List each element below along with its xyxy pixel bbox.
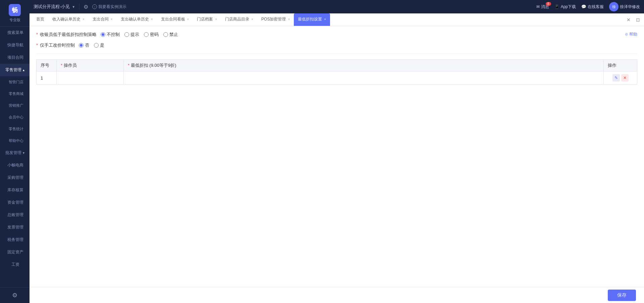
option-forbidden[interactable]: 禁止 [163, 32, 178, 38]
tab-label: 最低折扣设置 [298, 16, 322, 22]
tab-store-file[interactable]: 门店档案 × [193, 13, 221, 26]
cell-operator [57, 71, 124, 85]
notification-icon: ✉ [536, 4, 540, 9]
discount-control-options: 不控制 提示 密码 禁止 [101, 32, 178, 38]
sidebar-item-label: 批发管理 [5, 150, 21, 156]
avatar: 徐 [609, 2, 619, 11]
topbar: 测试分开流程-小见 ▼ ⚙ ○ 我要看实例演示 ✉ 消息 8 📱 App下载 💬… [30, 0, 644, 13]
main-area: 测试分开流程-小见 ▼ ⚙ ○ 我要看实例演示 ✉ 消息 8 📱 App下载 💬… [30, 0, 644, 303]
user-menu-button[interactable]: 徐 徐泽华修改 [609, 2, 640, 11]
chevron-down-icon: ▼ [22, 151, 25, 155]
tab-home[interactable]: 首页 [32, 13, 48, 26]
delete-button[interactable]: ✕ [621, 74, 629, 82]
sidebar-item-xc-ecommerce[interactable]: 小畅电商 [0, 159, 30, 171]
action-buttons: ✎ ✕ [608, 74, 633, 82]
sidebar-item-retail-mall[interactable]: 零售商城 [0, 88, 30, 100]
tab-close-icon[interactable]: × [288, 17, 290, 21]
manual-control-options: 否 是 [79, 42, 104, 48]
footer: 保存 [30, 287, 644, 303]
tab-store-product[interactable]: 门店商品目录 × [221, 13, 257, 26]
manual-control-row: * 仅手工改价时控制 否 是 [36, 42, 637, 48]
close-tab-btn[interactable]: ✕ [625, 16, 632, 23]
tab-close-icon[interactable]: × [187, 17, 189, 21]
notifications-button[interactable]: ✉ 消息 8 [536, 4, 549, 10]
sidebar-item-help-center[interactable]: 帮助中心 [0, 135, 30, 147]
sidebar-item-tax-mgmt[interactable]: 税务管理 [0, 234, 30, 246]
notifications-badge: 8 [546, 2, 551, 6]
tab-payment-board[interactable]: 支出合同看板 × [157, 13, 193, 26]
sidebar-item-fixed-assets[interactable]: 固定资产 [0, 246, 30, 258]
project-chevron-icon: ▼ [72, 5, 75, 9]
th-action: 操作 [604, 60, 637, 71]
sidebar-item-inventory-calc[interactable]: 库存核算 [0, 184, 30, 196]
sidebar-item-wholesale-mgmt[interactable]: 批发管理 ▼ [0, 147, 30, 159]
tab-close-icon[interactable]: × [324, 17, 326, 21]
option-label: 不控制 [107, 32, 120, 38]
tabbar: 首页 收入确认单历史 × 支出合同 × 支出确认单历史 × 支出合同看板 × 门… [30, 13, 644, 26]
option-prompt[interactable]: 提示 [124, 32, 139, 38]
topbar-settings-button[interactable]: ⚙ [84, 4, 88, 10]
table-body: 1 ✎ ✕ [37, 71, 637, 85]
table-section: 序号 * 操作员 * 最低折扣 (9.00等于9折) 操作 [36, 59, 637, 85]
option-label: 禁止 [169, 32, 178, 38]
sidebar-item-project-contract[interactable]: 项目合同 [0, 51, 30, 64]
sidebar-menu: 搜索菜单 快捷导航 项目合同 零售管理 ▲ 智营门店 零售商城 营销推广 会员中… [0, 27, 30, 287]
sidebar-item-retail-mgmt[interactable]: 零售管理 ▲ [0, 64, 30, 76]
edit-button[interactable]: ✎ [612, 74, 620, 82]
tab-close-icon[interactable]: × [83, 17, 85, 21]
user-name: 徐泽华修改 [620, 4, 640, 10]
option-password[interactable]: 密码 [144, 32, 159, 38]
sidebar: 畅 专业版 搜索菜单 快捷导航 项目合同 零售管理 ▲ 智营门店 零售商城 营销… [0, 0, 30, 303]
sidebar-item-invoice-mgmt[interactable]: 发票管理 [0, 221, 30, 234]
sidebar-item-finance-mgmt[interactable]: 资金管理 [0, 196, 30, 209]
tab-label: 支出确认单历史 [121, 16, 149, 22]
option-no-control[interactable]: 不控制 [101, 32, 120, 38]
required-marker: * [36, 32, 38, 37]
logo-text: 专业版 [9, 17, 20, 22]
expand-btn[interactable]: ⊡ [635, 16, 641, 23]
tab-close-icon[interactable]: × [151, 17, 153, 21]
sidebar-item-marketing[interactable]: 营销推广 [0, 100, 30, 111]
app-download-button[interactable]: 📱 App下载 [554, 4, 576, 10]
tab-label: POS加密管理 [261, 16, 286, 22]
sidebar-item-search[interactable]: 搜索菜单 [0, 27, 30, 39]
manual-control-label: * 仅手工改价时控制 [36, 42, 75, 48]
form-section: ⊙ 帮助 * 收银员低于最低折扣控制策略 不控制 提示 [36, 32, 637, 54]
sidebar-item-ledger-mgmt[interactable]: 总账管理 [0, 209, 30, 221]
demo-icon: ○ [92, 4, 97, 9]
sidebar-item-retail-stats[interactable]: 零售统计 [0, 123, 30, 135]
option-yes[interactable]: 是 [94, 42, 104, 48]
sidebar-item-member-center[interactable]: 会员中心 [0, 111, 30, 123]
option-no[interactable]: 否 [79, 42, 89, 48]
sidebar-bottom: ⚙ [0, 287, 30, 303]
tab-label: 门店商品目录 [225, 16, 249, 22]
project-selector[interactable]: 测试分开流程-小见 ▼ [34, 4, 75, 10]
demo-button[interactable]: ○ 我要看实例演示 [92, 4, 126, 10]
help-button[interactable]: ⊙ 帮助 [625, 32, 637, 37]
settings-icon[interactable]: ⚙ [12, 292, 17, 299]
table-header: 序号 * 操作员 * 最低折扣 (9.00等于9折) 操作 [37, 60, 637, 71]
tab-pos-password[interactable]: POS加密管理 × [257, 13, 294, 26]
sidebar-item-shortcuts[interactable]: 快捷导航 [0, 39, 30, 51]
option-label: 否 [85, 42, 89, 48]
content-inner: ⊙ 帮助 * 收银员低于最低折扣控制策略 不控制 提示 [30, 26, 644, 303]
tabbar-controls: ✕ ⊡ [625, 16, 641, 23]
project-name: 测试分开流程-小见 [34, 4, 70, 10]
logo-icon: 畅 [9, 4, 21, 16]
sidebar-item-smart-store[interactable]: 智营门店 [0, 76, 30, 88]
tab-income-confirm[interactable]: 收入确认单历史 × [48, 13, 89, 26]
online-service-button[interactable]: 💬 在线客服 [581, 4, 604, 10]
tab-close-icon[interactable]: × [251, 17, 253, 21]
tab-payment-confirm[interactable]: 支出确认单历史 × [117, 13, 157, 26]
tab-label: 收入确认单历史 [52, 16, 80, 22]
tab-payment-contract[interactable]: 支出合同 × [89, 13, 117, 26]
sidebar-item-purchase-mgmt[interactable]: 采购管理 [0, 171, 30, 184]
tab-close-icon[interactable]: × [215, 17, 217, 21]
download-icon: 📱 [554, 4, 559, 9]
sidebar-item-salary[interactable]: 工资 [0, 258, 30, 271]
tab-min-discount[interactable]: 最低折扣设置 × [294, 13, 330, 26]
chevron-up-icon: ▲ [22, 68, 25, 72]
cell-min-discount [124, 71, 604, 85]
tab-close-icon[interactable]: × [111, 17, 113, 21]
save-button[interactable]: 保存 [608, 290, 636, 301]
